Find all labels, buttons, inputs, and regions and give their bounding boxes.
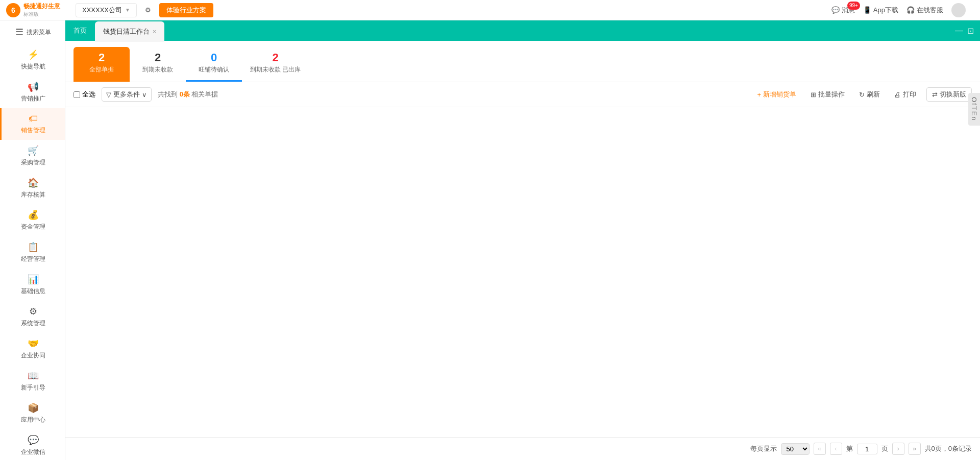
tab-minimize-icon[interactable]: — bbox=[955, 26, 963, 35]
sidebar-item-label: 库存核算 bbox=[21, 190, 45, 199]
company-name: XXXXXX公司 bbox=[82, 6, 122, 15]
found-count: 0条 bbox=[180, 90, 190, 98]
logo-area: 6 畅捷通好生意 标准版 bbox=[6, 3, 71, 17]
stat-number-wangpu: 0 bbox=[194, 51, 234, 64]
stat-number-overdue: 2 bbox=[138, 51, 178, 64]
logo-icon: 6 bbox=[6, 3, 20, 17]
operations-icon: 📋 bbox=[28, 241, 39, 253]
wechat-icon: 💬 bbox=[28, 434, 39, 446]
sidebar-item-quick-nav[interactable]: ⚡ 快捷导航 bbox=[0, 44, 65, 76]
sidebar-item-label: 搜索菜单 bbox=[27, 28, 51, 37]
content-area: 首页 钱货日清工作台 × — ⊡ 2 全部单据 2 到期未收款 bbox=[65, 20, 980, 460]
found-text: 共找到 0条 相关单据 bbox=[158, 90, 218, 99]
sidebar: ☰ 搜索菜单 ⚡ 快捷导航 📢 营销推广 🏷 销售管理 🛒 采购管理 🏠 库存核… bbox=[0, 20, 65, 460]
stat-tab-shipped[interactable]: 2 到期未收款 已出库 bbox=[242, 47, 309, 82]
tab-bar-right: — ⊡ bbox=[955, 26, 980, 36]
main-layout: ☰ 搜索菜单 ⚡ 快捷导航 📢 营销推广 🏷 销售管理 🛒 采购管理 🏠 库存核… bbox=[0, 20, 980, 460]
sidebar-item-label: 基础信息 bbox=[21, 287, 45, 296]
stat-label-shipped: 到期未收款 已出库 bbox=[250, 65, 301, 74]
switch-icon: ⇄ bbox=[932, 91, 938, 99]
tab-home[interactable]: 首页 bbox=[65, 20, 95, 41]
found-prefix: 共找到 bbox=[158, 90, 178, 98]
sidebar-item-label: 营销推广 bbox=[21, 94, 45, 103]
finance-icon: 💰 bbox=[28, 209, 39, 221]
stat-label-overdue: 到期未收款 bbox=[138, 65, 178, 74]
logo-text: 畅捷通好生意 标准版 bbox=[23, 3, 60, 17]
sidebar-item-label: 企业协同 bbox=[21, 351, 45, 360]
sidebar-item-system[interactable]: ⚙ 系统管理 bbox=[0, 301, 65, 333]
online-service-item[interactable]: 🎧 在线客服 bbox=[906, 6, 943, 15]
sidebar-item-label: 应用中心 bbox=[21, 416, 45, 424]
refresh-icon: ↻ bbox=[859, 91, 865, 99]
sidebar-item-inventory[interactable]: 🏠 库存核算 bbox=[0, 172, 65, 204]
new-sales-label: 新增销货单 bbox=[763, 90, 796, 99]
sidebar-item-wechat[interactable]: 💬 企业微信 bbox=[0, 429, 65, 460]
stat-tab-wangpu[interactable]: 0 旺铺待确认 bbox=[186, 47, 242, 82]
message-item[interactable]: 💬 消息 99+ bbox=[831, 6, 855, 15]
table-area bbox=[65, 107, 980, 437]
trial-button[interactable]: 体验行业方案 bbox=[159, 3, 213, 17]
sidebar-item-operations[interactable]: 📋 经营管理 bbox=[0, 236, 65, 269]
header-right: 💬 消息 99+ 📱 App下载 🎧 在线客服 bbox=[831, 3, 974, 17]
avatar[interactable] bbox=[951, 3, 966, 17]
sidebar-item-label: 新手引导 bbox=[21, 383, 45, 392]
checkbox-input[interactable] bbox=[74, 91, 80, 98]
first-page-button[interactable]: « bbox=[814, 443, 826, 455]
sidebar-item-purchase[interactable]: 🛒 采购管理 bbox=[0, 140, 65, 172]
app-download-item[interactable]: 📱 App下载 bbox=[863, 6, 898, 15]
sidebar-item-label: 快捷导航 bbox=[21, 62, 45, 71]
often-sidebar[interactable]: OfTEn bbox=[968, 93, 980, 126]
app-center-icon: 📦 bbox=[28, 402, 39, 414]
sidebar-item-enterprise[interactable]: 🤝 企业协同 bbox=[0, 333, 65, 365]
brand-sub: 标准版 bbox=[23, 11, 60, 17]
sidebar-item-marketing[interactable]: 📢 营销推广 bbox=[0, 76, 65, 108]
refresh-button[interactable]: ↻ 刷新 bbox=[855, 87, 884, 102]
stat-tab-overdue[interactable]: 2 到期未收款 bbox=[130, 47, 186, 82]
settings-button[interactable]: ⚙ bbox=[141, 3, 155, 17]
top-header: 6 畅捷通好生意 标准版 XXXXXX公司 ▼ ⚙ 体验行业方案 💬 消息 99… bbox=[0, 0, 980, 20]
sidebar-item-sales[interactable]: 🏷 销售管理 bbox=[0, 108, 65, 140]
sidebar-item-guide[interactable]: 📖 新手引导 bbox=[0, 365, 65, 397]
inventory-icon: 🏠 bbox=[28, 177, 39, 188]
tab-active[interactable]: 钱货日清工作台 × bbox=[95, 21, 164, 42]
page-number-input[interactable] bbox=[857, 444, 877, 454]
filter-button[interactable]: ▽ 更多条件 ∨ bbox=[102, 87, 152, 102]
sidebar-item-finance[interactable]: 💰 资金管理 bbox=[0, 204, 65, 236]
batch-op-label: 批量操作 bbox=[818, 90, 845, 99]
print-button[interactable]: 🖨 打印 bbox=[890, 87, 920, 102]
select-all-label: 全选 bbox=[82, 90, 95, 99]
tab-home-label: 首页 bbox=[74, 26, 87, 35]
sidebar-item-label: 企业微信 bbox=[21, 448, 45, 456]
batch-op-button[interactable]: ⊞ 批量操作 bbox=[806, 87, 849, 102]
toolbar-right: + 新增销货单 ⊞ 批量操作 ↻ 刷新 🖨 打印 bbox=[753, 87, 972, 102]
service-icon: 🎧 bbox=[906, 6, 915, 14]
stat-label-all: 全部单据 bbox=[82, 65, 121, 74]
page-unit: 页 bbox=[881, 444, 888, 453]
company-selector[interactable]: XXXXXX公司 ▼ bbox=[76, 3, 137, 17]
sidebar-item-label: 经营管理 bbox=[21, 255, 45, 263]
tab-expand-icon[interactable]: ⊡ bbox=[967, 26, 974, 36]
tab-active-label: 钱货日清工作台 bbox=[103, 27, 150, 36]
refresh-label: 刷新 bbox=[867, 90, 880, 99]
print-icon: 🖨 bbox=[894, 91, 901, 99]
page-size-select[interactable]: 50 20 100 bbox=[781, 443, 810, 455]
page-content: 2 全部单据 2 到期未收款 0 旺铺待确认 2 到期未收款 已出库 bbox=[65, 41, 980, 460]
prev-page-button[interactable]: ‹ bbox=[830, 443, 842, 455]
stat-label-wangpu: 旺铺待确认 bbox=[194, 65, 234, 74]
sidebar-item-search-menu[interactable]: ☰ 搜索菜单 bbox=[0, 20, 65, 44]
filter-arrow-icon: ∨ bbox=[142, 91, 147, 99]
sidebar-item-basic-info[interactable]: 📊 基础信息 bbox=[0, 269, 65, 301]
stats-tabs: 2 全部单据 2 到期未收款 0 旺铺待确认 2 到期未收款 已出库 bbox=[65, 41, 980, 82]
sidebar-item-app-center[interactable]: 📦 应用中心 bbox=[0, 397, 65, 429]
tab-bar: 首页 钱货日清工作台 × — ⊡ bbox=[65, 20, 980, 41]
new-sales-button[interactable]: + 新增销货单 bbox=[753, 87, 800, 102]
select-all-checkbox[interactable]: 全选 bbox=[74, 90, 95, 99]
stat-tab-all[interactable]: 2 全部单据 bbox=[74, 47, 130, 82]
next-page-button[interactable]: › bbox=[892, 443, 904, 455]
last-page-button[interactable]: » bbox=[909, 443, 921, 455]
tab-close-button[interactable]: × bbox=[153, 28, 156, 35]
sidebar-item-label: 销售管理 bbox=[21, 126, 45, 135]
purchase-icon: 🛒 bbox=[28, 145, 39, 156]
switch-version-button[interactable]: ⇄ 切换新版 bbox=[926, 87, 972, 102]
found-suffix: 相关单据 bbox=[191, 90, 218, 98]
